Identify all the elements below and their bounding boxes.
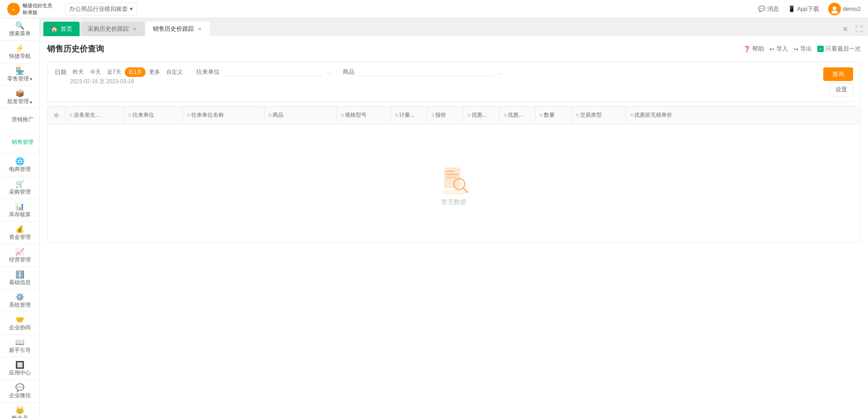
th-tax-price[interactable]: ⇅ 优惠前无税单价 <box>626 106 860 124</box>
goods-input[interactable] <box>358 67 494 76</box>
sidebar-item-enterprise-agreement[interactable]: 🤝 企业协同 <box>0 312 39 335</box>
date-range-text: 2023-02-18 至 2023-03-18 <box>70 78 185 86</box>
sidebar-item-sales-mgmt[interactable]: 销售管理 <box>0 131 39 154</box>
th-spec[interactable]: ⇅ 规格型号 <box>337 106 391 124</box>
sort-icon: ⇅ <box>395 113 398 118</box>
sidebar-item-inventory-check[interactable]: 📊 库存核算 <box>0 199 39 222</box>
header-right: 💬 消息 📱 App下载 demo2 <box>758 3 861 15</box>
sort-icon: ⇅ <box>630 113 633 118</box>
svg-point-11 <box>456 181 462 187</box>
enterprise-icon: 🤝 <box>15 315 24 324</box>
main-layout: 🔍 搜索菜单 ⚡ 快捷导航 🏪 零售管理 ▾ 📦 批发管理 ▴ 营销推广 销售管… <box>0 18 868 418</box>
tab-purchase-history-close[interactable]: ✕ <box>132 25 137 33</box>
export-button[interactable]: ↪ 导出 <box>793 45 812 53</box>
retail-icon: 🏪 <box>15 66 24 75</box>
logo-icon: 6 <box>7 3 20 15</box>
app-selector-label: 办公用品行业模拟账套 <box>69 5 128 13</box>
sort-icon: ⇅ <box>467 113 471 118</box>
guide-icon: 📖 <box>15 338 24 347</box>
app-download-icon: 📱 <box>788 5 795 12</box>
chevron-down-icon: ▾ <box>130 5 133 12</box>
th-trade-type[interactable]: ⇅ 交易类型 <box>572 106 626 124</box>
app-download-action[interactable]: 📱 App下载 <box>788 5 819 13</box>
svg-rect-9 <box>446 177 457 178</box>
empty-icon <box>436 161 472 198</box>
page-content: 销售历史价查询 ❓ 帮助 ↩ 导入 ↪ 导出 ✓ <box>40 36 868 418</box>
sidebar-item-operations-mgmt[interactable]: 📈 经营管理 <box>0 244 39 267</box>
checkbox-checked-icon: ✓ <box>817 46 824 52</box>
th-qty[interactable]: ⇅ 数量 <box>536 106 572 124</box>
date-btn-last7days[interactable]: 近7天 <box>104 67 124 77</box>
sidebar-item-basic-info[interactable]: ℹ️ 基础信息 <box>0 267 39 290</box>
sidebar-item-enterprise-wechat[interactable]: 💬 企业微信 <box>0 380 39 403</box>
th-partner-name[interactable]: ⇅ 往来单位名称 <box>183 106 264 124</box>
sidebar-item-marketing[interactable]: 营销推广 <box>0 109 39 131</box>
tab-sales-history[interactable]: 销售历史价跟踪 ✕ <box>146 22 210 36</box>
content-area: 🏠 首页 采购历史价跟踪 ✕ 销售历史价跟踪 ✕ ✕ ⛶ 销售历史价查询 <box>40 18 868 418</box>
search-icon: 🔍 <box>15 21 24 30</box>
tab-close-all-icon[interactable]: ✕ <box>840 24 850 34</box>
settings-button[interactable]: 设置 <box>830 83 853 96</box>
sidebar-item-retail-mgmt[interactable]: 🏪 零售管理 ▾ <box>0 63 39 86</box>
sidebar-item-ecommerce-mgmt[interactable]: 🌐 电商管理 <box>0 154 39 176</box>
sidebar-item-search-menu[interactable]: 🔍 搜索菜单 <box>0 18 39 41</box>
only-last-checkbox-label[interactable]: ✓ 只看最后一次 <box>817 45 861 53</box>
sidebar-item-member-club[interactable]: 👑 畅会员 <box>0 403 39 418</box>
goods-filter-section: 商品 ... <box>343 67 503 76</box>
sidebar-item-app-center[interactable]: 🔲 应用中心 <box>0 357 39 380</box>
date-btn-today[interactable]: 今天 <box>87 67 104 77</box>
sidebar-item-system-mgmt[interactable]: ⚙️ 系统管理 <box>0 290 39 312</box>
empty-state: 暂无数据 <box>47 124 860 242</box>
goods-input-dots[interactable]: ... <box>497 68 503 76</box>
tab-fullscreen-icon[interactable]: ⛶ <box>854 24 864 34</box>
sort-icon: ⇅ <box>503 113 507 118</box>
partner-input-dots[interactable]: ... <box>326 68 332 76</box>
tab-home[interactable]: 🏠 首页 <box>43 22 80 36</box>
query-button[interactable]: 查询 <box>823 67 853 81</box>
th-partner-code[interactable]: ⇅ 往来单位 <box>124 106 183 124</box>
data-table: ⇅ 业务发生... ⇅ 往来单位 ⇅ 往来单位名称 ⇅ 商品 <box>47 106 861 243</box>
import-icon: ↩ <box>769 46 774 52</box>
th-settings[interactable] <box>47 106 66 124</box>
tab-purchase-history[interactable]: 采购历史价跟踪 ✕ <box>80 22 145 36</box>
tabs-bar: 🏠 首页 采购历史价跟踪 ✕ 销售历史价跟踪 ✕ ✕ ⛶ <box>40 18 868 36</box>
inventory-icon: 📊 <box>15 202 24 211</box>
th-date[interactable]: ⇅ 业务发生... <box>66 106 124 124</box>
th-unit[interactable]: ⇅ 计量... <box>391 106 427 124</box>
user-profile[interactable]: demo2 <box>828 3 861 15</box>
partner-input[interactable] <box>223 67 323 76</box>
purchase-icon: 🛒 <box>15 180 24 188</box>
message-action[interactable]: 💬 消息 <box>758 5 779 13</box>
th-discount1[interactable]: ⇅ 优惠... <box>463 106 500 124</box>
sidebar-item-purchase-mgmt[interactable]: 🛒 采购管理 <box>0 176 39 199</box>
th-goods[interactable]: ⇅ 商品 <box>264 106 337 124</box>
filter-bar: 日期 昨天 今天 近7天 近1月 更多 自定义 2023-02-18 至 202… <box>47 62 861 102</box>
app-selector[interactable]: 办公用品行业模拟账套 ▾ <box>65 3 137 15</box>
help-icon: ❓ <box>743 46 750 52</box>
chevron-up-icon: ▴ <box>30 99 32 104</box>
svg-point-3 <box>831 10 838 14</box>
sidebar-item-quick-nav[interactable]: ⚡ 快捷导航 <box>0 41 39 63</box>
message-icon: 💬 <box>758 5 765 12</box>
sidebar: 🔍 搜索菜单 ⚡ 快捷导航 🏪 零售管理 ▾ 📦 批发管理 ▴ 营销推广 销售管… <box>0 18 40 418</box>
app-center-icon: 🔲 <box>15 361 24 369</box>
logo-area: 6 畅捷信好生意 标准版 <box>7 2 52 15</box>
page-actions: ❓ 帮助 ↩ 导入 ↪ 导出 ✓ 只看最后一次 <box>743 45 861 53</box>
help-button[interactable]: ❓ 帮助 <box>743 45 764 53</box>
date-btn-more[interactable]: 更多 <box>146 67 163 77</box>
tab-sales-history-close[interactable]: ✕ <box>197 25 203 33</box>
date-btn-custom[interactable]: 自定义 <box>164 67 185 77</box>
sidebar-item-finance-mgmt[interactable]: 💰 资金管理 <box>0 222 39 244</box>
sidebar-item-wholesale-mgmt[interactable]: 📦 批发管理 ▴ <box>0 86 39 109</box>
partner-filter-section: 往来单位 ... <box>196 67 332 76</box>
empty-text: 暂无数据 <box>441 198 467 206</box>
sidebar-item-beginner-guide[interactable]: 📖 新手引导 <box>0 335 39 357</box>
date-btn-yesterday[interactable]: 昨天 <box>70 67 86 77</box>
wechat-icon: 💬 <box>15 383 24 392</box>
sort-icon: ⇅ <box>340 113 344 118</box>
date-btn-last1month[interactable]: 近1月 <box>125 67 146 77</box>
th-price[interactable]: ⇅ 报价 <box>427 106 463 124</box>
th-discount2[interactable]: ⇅ 优惠... <box>500 106 536 124</box>
import-button[interactable]: ↩ 导入 <box>769 45 788 53</box>
sort-icon: ⇅ <box>539 113 543 118</box>
